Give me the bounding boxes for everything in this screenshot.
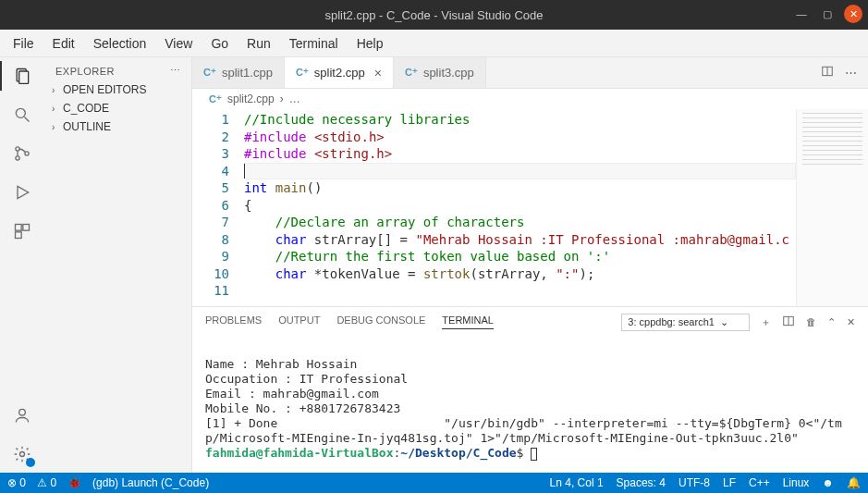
status-eol[interactable]: LF: [723, 476, 736, 489]
chevron-right-icon: ›: [52, 104, 63, 114]
panel-tab-output[interactable]: OUTPUT: [278, 314, 320, 329]
svg-rect-10: [16, 232, 22, 239]
explorer-header: EXPLORER ⋯: [44, 57, 191, 80]
svg-marker-7: [18, 186, 29, 198]
menu-edit[interactable]: Edit: [45, 32, 82, 55]
svg-point-6: [25, 152, 29, 155]
menu-run[interactable]: Run: [239, 32, 278, 55]
status-position[interactable]: Ln 4, Col 1: [550, 476, 604, 489]
panel-tab-debug-console[interactable]: DEBUG CONSOLE: [336, 314, 425, 329]
svg-rect-9: [23, 225, 30, 231]
window-title: split2.cpp - C_Code - Visual Studio Code: [324, 8, 543, 22]
breadcrumb-file: split2.cpp: [227, 92, 275, 105]
editor-group: C⁺split1.cppC⁺split2.cpp×C⁺split3.cpp ⋯ …: [192, 57, 868, 473]
window-controls: — ▢ ✕: [792, 5, 862, 23]
svg-point-4: [16, 147, 19, 151]
status-spaces[interactable]: Spaces: 4: [617, 476, 666, 489]
terminal-body[interactable]: Name : Mehrab HossainOccupation : IT Pro…: [192, 337, 868, 473]
menu-terminal[interactable]: Terminal: [282, 32, 346, 55]
settings-badge: [26, 458, 35, 467]
tab-split3-cpp[interactable]: C⁺split3.cpp: [394, 57, 486, 88]
sidebar-section-open-editors[interactable]: › OPEN EDITORS: [44, 80, 191, 99]
explorer-icon[interactable]: [11, 65, 33, 87]
status-errors[interactable]: ⊗ 0: [7, 476, 26, 489]
status-bell-icon[interactable]: 🔔: [847, 476, 861, 489]
maximize-button[interactable]: ▢: [818, 5, 837, 23]
tab-split1-cpp[interactable]: C⁺split1.cpp: [192, 57, 285, 88]
tab-label: split3.cpp: [423, 66, 474, 80]
run-debug-icon[interactable]: [11, 181, 33, 203]
menubar: FileEditSelectionViewGoRunTerminalHelp: [0, 30, 868, 57]
status-language[interactable]: C++: [749, 476, 770, 489]
svg-point-11: [19, 409, 26, 415]
explorer-title: EXPLORER: [55, 66, 115, 77]
activity-bar: [0, 57, 44, 473]
accounts-icon[interactable]: [11, 404, 33, 426]
minimap[interactable]: [796, 109, 868, 306]
svg-point-2: [16, 108, 25, 117]
explorer-sidebar: EXPLORER ⋯ › OPEN EDITORS› C_CODE› OUTLI…: [44, 57, 192, 473]
breadcrumb-rest: …: [289, 92, 300, 105]
tab-label: split1.cpp: [222, 66, 273, 80]
maximize-panel-icon[interactable]: ⌃: [827, 316, 836, 328]
sidebar-section-outline[interactable]: › OUTLINE: [44, 117, 191, 136]
extensions-icon[interactable]: [11, 220, 33, 242]
chevron-right-icon: ›: [52, 122, 63, 132]
cpp-file-icon: C⁺: [296, 67, 309, 79]
svg-point-12: [20, 452, 25, 457]
panel-tab-problems[interactable]: PROBLEMS: [205, 314, 262, 329]
status-encoding[interactable]: UTF-8: [679, 476, 710, 489]
menu-help[interactable]: Help: [349, 32, 391, 55]
breadcrumb[interactable]: C⁺ split2.cpp › …: [192, 89, 868, 109]
status-os[interactable]: Linux: [783, 476, 810, 489]
editor-tabs: C⁺split1.cppC⁺split2.cpp×C⁺split3.cpp ⋯: [192, 57, 868, 89]
menu-file[interactable]: File: [6, 32, 42, 55]
source-control-icon[interactable]: [11, 142, 33, 165]
new-terminal-icon[interactable]: ＋: [761, 315, 771, 329]
line-gutter: 1234567891011: [192, 109, 244, 306]
panel-tabs: PROBLEMSOUTPUTDEBUG CONSOLETERMINAL 3: c…: [192, 307, 868, 337]
more-actions-icon[interactable]: ⋯: [845, 66, 857, 80]
main-area: EXPLORER ⋯ › OPEN EDITORS› C_CODE› OUTLI…: [0, 57, 868, 473]
status-warnings[interactable]: ⚠ 0: [37, 476, 56, 489]
kill-terminal-icon[interactable]: 🗑: [806, 316, 816, 327]
split-editor-icon[interactable]: [821, 65, 834, 80]
tab-label: split2.cpp: [314, 66, 365, 80]
cpp-file-icon: C⁺: [209, 93, 222, 105]
svg-point-5: [16, 156, 19, 160]
svg-line-3: [25, 117, 30, 122]
code-area[interactable]: //Include necessary libraries#include <s…: [244, 109, 796, 306]
breadcrumb-sep: ›: [280, 92, 284, 105]
editor-actions: ⋯: [810, 57, 868, 88]
menu-view[interactable]: View: [157, 32, 200, 55]
tab-split2-cpp[interactable]: C⁺split2.cpp×: [285, 57, 394, 88]
cpp-file-icon: C⁺: [203, 67, 216, 79]
status-bar: ⊗ 0 ⚠ 0 🐞 (gdb) Launch (C_Code) Ln 4, Co…: [0, 473, 868, 493]
panel-tab-terminal[interactable]: TERMINAL: [442, 314, 494, 329]
chevron-right-icon: ›: [52, 85, 63, 95]
menu-go[interactable]: Go: [203, 32, 236, 55]
minimize-button[interactable]: —: [792, 5, 811, 23]
sidebar-section-c_code[interactable]: › C_CODE: [44, 99, 191, 117]
search-icon[interactable]: [11, 104, 33, 126]
split-terminal-icon[interactable]: [782, 314, 795, 329]
status-launch[interactable]: (gdb) Launch (C_Code): [92, 476, 209, 489]
terminal-task-select[interactable]: 3: cppdbg: search1 ⌄: [621, 314, 750, 331]
more-icon[interactable]: ⋯: [170, 65, 181, 77]
status-feedback-icon[interactable]: ☻: [822, 476, 834, 489]
menu-selection[interactable]: Selection: [86, 32, 154, 55]
svg-rect-1: [19, 71, 29, 83]
cpp-file-icon: C⁺: [405, 67, 418, 79]
bottom-panel: PROBLEMSOUTPUTDEBUG CONSOLETERMINAL 3: c…: [192, 306, 868, 473]
close-button[interactable]: ✕: [844, 5, 862, 23]
close-panel-icon[interactable]: ✕: [847, 316, 855, 328]
svg-rect-8: [16, 225, 22, 231]
editor-pane[interactable]: 1234567891011 //Include necessary librar…: [192, 109, 868, 306]
titlebar: split2.cpp - C_Code - Visual Studio Code…: [0, 0, 868, 30]
status-debug-icon[interactable]: 🐞: [67, 476, 81, 489]
settings-gear-icon[interactable]: [11, 443, 33, 465]
close-tab-icon[interactable]: ×: [374, 66, 382, 80]
